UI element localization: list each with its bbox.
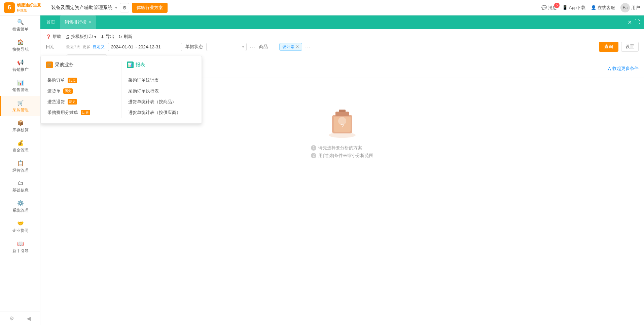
operation-icon: 📋 — [17, 160, 24, 166]
sidebar-bottom: ⚙ ◀ — [0, 312, 40, 325]
tab-right-buttons: ✕ ⛶ — [628, 19, 643, 26]
date-label: 日期 — [46, 44, 63, 50]
report-section-icon: 📊 — [127, 62, 134, 68]
sidebar-item-system[interactable]: ⚙️ 系统管理 — [0, 197, 40, 217]
home-icon: 🏠 — [17, 39, 24, 45]
export-button[interactable]: ⬇ 导出 — [101, 34, 114, 40]
menu-item-purchase-order[interactable]: 采购订单 历史 — [46, 75, 116, 86]
sidebar-item-corp[interactable]: 🤝 企业协同 — [0, 217, 40, 237]
collapse-sidebar-button[interactable]: ◀ — [27, 315, 31, 322]
top-right: 💬 消息 5 📱 App下载 👤 在线客服 Ea 用户 — [541, 3, 640, 12]
menu-item-inbound[interactable]: 进货单 历史 — [46, 86, 116, 96]
app-download-button[interactable]: 📱 App下载 — [562, 5, 585, 11]
dropdown-menu: 🛒 采购业务 采购订单 历史 进货单 历史 进货退货 历史 — [40, 56, 202, 124]
purchase-menu-section: 🛒 采购业务 采购订单 历史 进货单 历史 进货退货 历史 — [46, 62, 116, 118]
online-service-button[interactable]: 👤 在线客服 — [591, 5, 615, 11]
doc-status-select[interactable] — [206, 43, 247, 51]
message-button[interactable]: 💬 消息 5 — [541, 5, 557, 11]
capital-icon: 💰 — [17, 140, 24, 146]
logo-area: 6 畅捷通好生意 标准版 — [4, 2, 44, 13]
hint-item-2: 2 用[过滤]条件来缩小分析范围 — [311, 152, 373, 159]
date-input[interactable] — [108, 43, 182, 51]
sidebar-item-purchase[interactable]: 🛒 采购管理 — [0, 96, 40, 116]
goods-more[interactable]: ··· — [306, 44, 311, 49]
search-icon: 🔍 — [17, 19, 24, 25]
report-section-title: 📊 报表 — [127, 62, 196, 71]
refresh-button[interactable]: ↻ 刷新 — [118, 34, 132, 40]
doc-status-more[interactable]: ··· — [250, 44, 256, 49]
sidebar-item-inventory[interactable]: 📦 库存核算 — [0, 116, 40, 136]
purchase-section-title: 🛒 采购业务 — [46, 62, 116, 71]
svg-text:?: ? — [341, 123, 344, 130]
custom-date-btn[interactable]: 自定义 — [93, 44, 105, 50]
menu-item-inbound-stat-goods[interactable]: 进货单统计表（按商品） — [127, 96, 196, 107]
sidebar-item-capital[interactable]: 💰 资金管理 — [0, 136, 40, 157]
guide-icon: 📖 — [17, 240, 24, 247]
setting-button[interactable]: 设置 — [621, 42, 639, 52]
refresh-icon: ↻ — [118, 34, 122, 39]
filter-actions: 查询 设置 — [599, 42, 639, 52]
tab-close-icon[interactable]: ✕ — [88, 20, 92, 25]
print-dropdown-icon[interactable]: ▾ — [94, 34, 97, 39]
industry-button[interactable]: 体验行业方案 — [132, 3, 168, 13]
svg-rect-6 — [339, 110, 346, 112]
system-icon: ⚙️ — [17, 200, 24, 206]
gear-button[interactable]: ⚙ — [120, 3, 129, 12]
main-content: 首页 销售排行榜 ✕ ✕ ⛶ 🛒 采购业务 — [40, 15, 644, 325]
sidebar-item-search[interactable]: 🔍 搜索菜单 — [0, 15, 40, 36]
print-button[interactable]: 🖨 按模板打印 ▾ — [65, 34, 97, 40]
settings-button[interactable]: ⚙ — [9, 315, 14, 322]
logo-text: 畅捷通好生意 标准版 — [17, 2, 41, 13]
sidebar: 🔍 搜索菜单 🏠 快捷导航 📢 营销推广 📊 销售管理 🛒 采购管理 📦 库存核… — [0, 15, 40, 325]
print-icon: 🖨 — [65, 34, 70, 39]
export-icon: ⬇ — [101, 34, 104, 39]
top-bar: 6 畅捷通好生意 标准版 装备及固定资产辅助管理系统 ▾ ⚙ 体验行业方案 💬 … — [0, 0, 644, 15]
sidebar-item-nav[interactable]: 🏠 快捷导航 — [0, 36, 40, 56]
tab-bar: 首页 销售排行榜 ✕ ✕ ⛶ — [40, 15, 644, 29]
menu-item-inbound-return[interactable]: 进货退货 历史 — [46, 96, 116, 107]
collapse-button[interactable]: ⋀ 收起更多条件 — [608, 66, 639, 72]
date-options: 最近7天 更多 自定义 — [66, 44, 105, 50]
sidebar-item-marketing[interactable]: 📢 营销推广 — [0, 56, 40, 76]
help-icon: ❓ — [46, 34, 51, 39]
query-button[interactable]: 查询 — [599, 42, 618, 52]
maximize-icon[interactable]: ⛶ — [635, 19, 640, 25]
dropdown-arrow-icon[interactable]: ▾ — [115, 5, 117, 10]
menu-item-purchase-order-exec[interactable]: 采购订单执行表 — [127, 86, 196, 96]
menu-item-inbound-stat-supplier[interactable]: 进货单统计表（按供应商） — [127, 107, 196, 118]
filter-toolbar: ❓ 帮助 🖨 按模板打印 ▾ ⬇ 导出 ↻ 刷新 — [46, 32, 639, 42]
sidebar-item-operation[interactable]: 📋 经营管理 — [0, 157, 40, 177]
system-title: 装备及固定资产辅助管理系统 — [51, 5, 112, 11]
sidebar-item-sales[interactable]: 📊 销售管理 — [0, 76, 40, 96]
tab-sales-rank[interactable]: 销售排行榜 ✕ — [60, 15, 96, 29]
inventory-icon: 📦 — [17, 120, 24, 126]
close-tab-icon[interactable]: ✕ — [628, 19, 632, 26]
app-icon: 📱 — [562, 5, 568, 10]
sidebar-item-basic[interactable]: 🗂 基础信息 — [0, 177, 40, 197]
svg-rect-5 — [335, 112, 349, 116]
report-menu-section: 📊 报表 采购订单统计表 采购订单执行表 进货单统计表（按商品） 进货单统计表（… — [127, 62, 196, 118]
logo-icon: 6 — [4, 2, 15, 13]
top-center: 装备及固定资产辅助管理系统 ▾ ⚙ 体验行业方案 — [44, 3, 541, 13]
goods-label: 商品 — [259, 44, 276, 50]
purchase-section-icon: 🛒 — [46, 62, 53, 68]
tab-home[interactable]: 首页 — [42, 15, 60, 29]
menu-item-purchase-order-stat[interactable]: 采购订单统计表 — [127, 75, 196, 86]
menu-item-purchase-cost[interactable]: 采购费用分摊单 历史 — [46, 107, 116, 118]
user-button[interactable]: Ea 用户 — [620, 3, 640, 12]
hint-num-2: 2 — [311, 153, 316, 158]
empty-hints: 1 请先选择要分析的方案 2 用[过滤]条件来缩小分析范围 — [311, 144, 373, 160]
service-icon: 👤 — [591, 5, 596, 10]
layout: 🔍 搜索菜单 🏠 快捷导航 📢 营销推广 📊 销售管理 🛒 采购管理 📦 库存核… — [0, 15, 644, 325]
avatar: Ea — [620, 3, 630, 12]
goods-tag-remove[interactable]: ✕ — [296, 44, 299, 49]
hint-num-1: 1 — [311, 145, 316, 151]
filter-row-1: 日期 最近7天 更多 自定义 单据状态 ▾ ··· — [46, 42, 639, 52]
sidebar-item-guide[interactable]: 📖 新手引导 — [0, 237, 40, 257]
sales-icon: 📊 — [17, 79, 24, 86]
content-area: 🛒 采购业务 采购订单 历史 进货单 历史 进货退货 历史 — [40, 29, 644, 325]
empty-illustration: ? — [322, 105, 362, 138]
basic-icon: 🗂 — [18, 180, 23, 186]
marketing-icon: 📢 — [17, 59, 24, 66]
help-button[interactable]: ❓ 帮助 — [46, 34, 61, 40]
